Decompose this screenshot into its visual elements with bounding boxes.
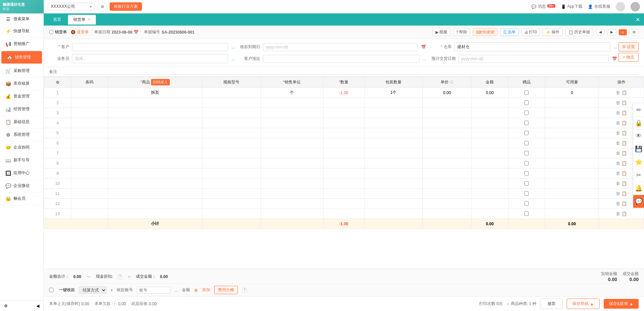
expected-date-calendar-icon[interactable]: 📅 <box>612 56 617 61</box>
message-action[interactable]: 💬 消息 99+ <box>531 4 556 9</box>
list-view-button[interactable]: ≡ <box>619 29 627 35</box>
customer-dots[interactable]: ... <box>231 45 235 49</box>
online-service-action[interactable]: 👤 在线客服 <box>588 4 610 9</box>
right-float-notify[interactable]: 🔔 <box>633 182 644 195</box>
delete-row-button[interactable]: 🗑 <box>616 100 620 105</box>
copy-row-button[interactable]: 📋 <box>621 110 627 115</box>
history-button[interactable]: 📋 历史单据 <box>565 28 593 36</box>
copy-row-button[interactable]: 📋 <box>621 130 627 135</box>
right-float-save[interactable]: 💾 <box>633 143 644 156</box>
copy-row-button[interactable]: 📋 <box>621 90 627 95</box>
copy-row-button[interactable]: 📋 <box>621 141 627 146</box>
row-unit-price[interactable]: 0.00 <box>423 88 471 98</box>
row-barcode[interactable] <box>71 88 108 98</box>
sidebar-item-member[interactable]: 👑 畅会员 <box>0 192 43 205</box>
calendar-icon[interactable]: 📅 <box>134 30 139 35</box>
add-fee-button[interactable]: ⊕ <box>194 287 198 293</box>
help-button[interactable]: ? 帮助 <box>453 28 470 36</box>
shortcut-button[interactable]: ⌨ 快捷键 <box>473 28 497 36</box>
save-draft-button[interactable]: 保存草稿 ▲ <box>567 299 600 309</box>
copy-row-button[interactable]: 📋 <box>621 120 627 125</box>
dots-account[interactable]: ... <box>175 288 178 293</box>
video-button[interactable]: ▶ 视频 <box>432 28 450 36</box>
fee-split-button[interactable]: 费用分摊 <box>214 286 238 294</box>
delete-row-button[interactable]: 🗑 <box>616 161 620 166</box>
sidebar-collapse-icon[interactable]: ◀ <box>36 304 39 308</box>
logistics-button[interactable]: + 物流 <box>618 53 639 62</box>
copy-row-button[interactable]: 📋 <box>621 100 627 105</box>
right-float-view[interactable]: 👁 <box>633 130 644 143</box>
row-pack-qty[interactable]: 1个 <box>364 88 423 98</box>
sidebar-item-wechat[interactable]: 💬 企业微信 <box>0 180 43 192</box>
delete-row-button[interactable]: 🗑 <box>616 141 620 146</box>
select-button[interactable]: ☰ 选单 <box>500 28 519 36</box>
sidebar-item-system[interactable]: ⚙ 系统管理 <box>0 128 43 141</box>
sidebar-settings-icon[interactable]: ⚙ <box>4 304 8 308</box>
goods-type-indicator[interactable]: ○ 商品种类: 1 种 <box>507 301 536 307</box>
save-new-button[interactable]: 保存&新增 ▲ <box>604 299 639 309</box>
company-selector[interactable]: XXXXXX公司 ▾ <box>48 3 95 10</box>
close-all-tabs-button[interactable]: ✕ <box>636 16 640 23</box>
account-input[interactable] <box>137 287 171 294</box>
right-float-star[interactable]: ⭐ <box>633 156 644 169</box>
row-quantity[interactable]: -1.00 <box>323 88 364 98</box>
row-amount[interactable]: 0.00 <box>471 88 508 98</box>
col-settings[interactable]: ⚙ <box>44 77 71 88</box>
right-float-orange[interactable]: 💬 <box>633 195 644 208</box>
sidebar-item-guide[interactable]: 📖 新手引导 <box>0 154 43 167</box>
right-float-edit[interactable]: ✏ <box>633 104 644 117</box>
delete-row-button[interactable]: 🗑 <box>616 181 620 186</box>
current-owe-icon[interactable]: ? <box>112 302 117 306</box>
customer-addr-input[interactable] <box>263 55 419 63</box>
trial-button[interactable]: 体验行业方案 <box>110 2 142 11</box>
copy-row-button[interactable]: 📋 <box>621 181 627 186</box>
radio-sales-order[interactable]: 销货单 <box>49 29 67 35</box>
salesperson-input[interactable]: 选择... <box>72 54 228 63</box>
tab-sales-order[interactable]: 销货单 × <box>68 15 96 25</box>
tab-home[interactable]: 首页 <box>48 15 67 25</box>
due-date-calendar-icon[interactable]: 📅 <box>421 45 426 49</box>
operation-button[interactable]: ⚡ 操作 <box>543 28 563 36</box>
delete-row-button[interactable]: 🗑 <box>616 191 620 196</box>
expected-date-input[interactable]: yyyy-mm-dd <box>458 55 609 63</box>
sidebar-item-collab[interactable]: 🤝 企业协同 <box>0 141 43 154</box>
app-download-action[interactable]: 📱 App下载 <box>561 4 582 9</box>
right-float-clip[interactable]: ✂ <box>633 169 644 182</box>
copy-row-button[interactable]: 📋 <box>621 151 627 156</box>
sidebar-item-search[interactable]: ☰ 搜索菜单 <box>0 13 43 25</box>
print-button[interactable]: 🖨 打印 <box>521 28 540 36</box>
tab-close-button[interactable]: × <box>88 17 90 22</box>
row-unit[interactable]: 个 <box>261 88 323 98</box>
row-gift[interactable] <box>508 88 545 98</box>
delete-row-button[interactable]: 🗑 <box>616 171 620 176</box>
delete-row-button[interactable]: 🗑 <box>616 201 620 206</box>
row-product[interactable]: 拆页 <box>108 88 202 98</box>
note-input[interactable] <box>62 68 639 75</box>
delete-row-button[interactable]: 🗑 <box>616 110 620 115</box>
row-spec[interactable] <box>202 88 261 98</box>
copy-row-button[interactable]: 📋 <box>621 211 627 216</box>
help-icon[interactable]: ? <box>117 274 123 279</box>
prev-record-button[interactable]: ◀ <box>596 29 605 35</box>
discard-button[interactable]: 放弃 <box>540 299 563 309</box>
user-avatar2[interactable] <box>631 2 640 11</box>
sidebar-item-inventory[interactable]: 📦 库存核算 <box>0 77 43 90</box>
radio-return-order[interactable]: 退货单 <box>71 29 89 35</box>
grid-view-button[interactable]: ⊞ <box>630 29 639 35</box>
copy-row-button[interactable]: 📋 <box>621 191 627 196</box>
customer-input[interactable] <box>72 43 228 51</box>
delete-row-button[interactable]: 🗑 <box>616 120 620 125</box>
scan-button[interactable]: 扫码录入 <box>151 79 170 85</box>
delete-row-button[interactable]: 🗑 <box>616 90 620 95</box>
due-date-input[interactable]: yyyy-mm-dd <box>263 43 417 51</box>
customer-addr-dots[interactable]: ... <box>423 56 426 61</box>
sidebar-item-purchase[interactable]: 🛒 采购管理 <box>0 65 43 77</box>
settings-button[interactable]: ⚙ 设置 <box>618 42 639 51</box>
fee-help-icon[interactable]: ? <box>242 287 247 293</box>
copy-row-button[interactable]: 📋 <box>621 161 627 166</box>
salesperson-dots[interactable]: ... <box>231 56 235 61</box>
sidebar-item-app[interactable]: 🔲 应用中心 <box>0 167 43 180</box>
delete-row-button[interactable]: 🗑 <box>616 211 620 216</box>
warehouse-input[interactable]: 建材仓 <box>454 42 610 51</box>
delete-row-button[interactable]: 🗑 <box>616 151 620 156</box>
